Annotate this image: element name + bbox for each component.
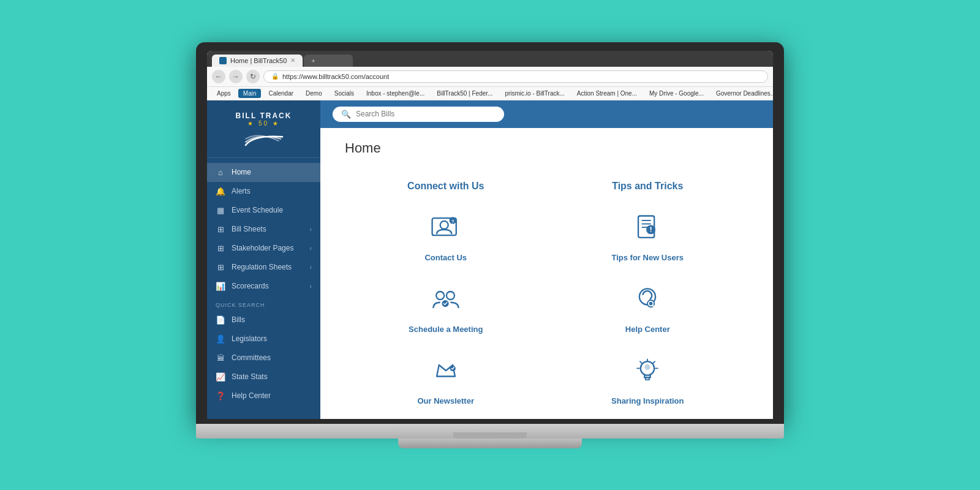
bill-sheets-chevron: ‹ <box>310 226 312 233</box>
home-icon: ⌂ <box>216 168 225 177</box>
sidebar-nav: ⌂ Home 🔔 Alerts ▦ Event Schedule ⊞ <box>207 158 320 419</box>
sidebar-item-regulation-sheets[interactable]: ⊞ Regulation Sheets ‹ <box>207 258 320 277</box>
svg-point-5 <box>447 292 454 300</box>
quick-search-label: QUICK SEARCH <box>207 296 320 311</box>
sidebar-home-label: Home <box>232 168 251 176</box>
bill-sheets-icon: ⊞ <box>216 225 225 234</box>
tips-title: Tips and Tricks <box>559 181 737 192</box>
search-box: 🔍 <box>333 107 504 122</box>
contact-us-icon: ? <box>428 210 464 247</box>
page-content: Home Connect with Us <box>320 128 773 419</box>
tab-close-button[interactable]: ✕ <box>290 57 295 64</box>
page-title: Home <box>345 140 748 156</box>
logo-swoosh <box>243 130 285 149</box>
browser-toolbar: ← → ↻ 🔒 https://www.billtrack50.com/acco… <box>207 67 773 87</box>
svg-text:?: ? <box>451 218 454 224</box>
connect-title: Connect with Us <box>357 181 535 192</box>
bookmark-apps[interactable]: Apps <box>212 89 236 98</box>
bookmark-governor[interactable]: Governor Deadlines... <box>711 89 773 98</box>
newsletter-label: Our Newsletter <box>418 396 474 405</box>
forward-button[interactable]: → <box>229 70 243 83</box>
browser-tabs: Home | BillTrack50 ✕ + <box>212 55 768 67</box>
sharing-inspiration-label: Sharing Inspiration <box>611 396 684 405</box>
main-content: 🔍 Home Connect with Us <box>320 100 773 419</box>
sidebar-item-home[interactable]: ⌂ Home <box>207 163 320 182</box>
laptop-wrapper: Home | BillTrack50 ✕ + ← → ↻ 🔒 https://w… <box>196 42 784 448</box>
svg-point-4 <box>436 292 444 300</box>
card-newsletter[interactable]: Our Newsletter <box>357 353 535 405</box>
bookmarks-bar: Apps Main Calendar Demo Socials Inbox - … <box>207 87 773 100</box>
committees-icon: 🏛 <box>216 353 225 363</box>
sidebar: BILL TRACK ★ 50 ★ ⌂ <box>207 100 320 419</box>
help-icon: ❓ <box>216 391 225 401</box>
sidebar-bills-label: Bills <box>232 315 245 324</box>
browser-window: Home | BillTrack50 ✕ + ← → ↻ 🔒 https://w… <box>207 51 773 419</box>
lock-icon: 🔒 <box>271 73 279 80</box>
tab-favicon <box>219 57 227 64</box>
logo-line1: BILL TRACK <box>214 111 313 120</box>
sidebar-logo: BILL TRACK ★ 50 ★ <box>207 100 320 158</box>
bookmark-action[interactable]: Action Stream | One... <box>572 89 642 98</box>
sidebar-item-committees[interactable]: 🏛 Committees <box>207 349 320 368</box>
laptop-bezel: Home | BillTrack50 ✕ + ← → ↻ 🔒 https://w… <box>196 42 784 424</box>
sidebar-item-bill-sheets[interactable]: ⊞ Bill Sheets ‹ <box>207 220 320 239</box>
url-bar[interactable]: 🔒 https://www.billtrack50.com/account <box>263 70 768 83</box>
search-input[interactable] <box>356 110 496 118</box>
refresh-button[interactable]: ↻ <box>246 70 260 83</box>
help-center-icon <box>629 282 666 318</box>
sidebar-help-label: Help Center <box>232 391 271 400</box>
newsletter-icon <box>428 353 464 390</box>
home-grid: Connect with Us ? <box>345 175 748 419</box>
card-schedule-meeting[interactable]: Schedule a Meeting <box>357 282 535 334</box>
bookmark-calendar[interactable]: Calendar <box>263 89 298 98</box>
sidebar-item-help-center[interactable]: ❓ Help Center <box>207 386 320 405</box>
scorecards-chevron: ‹ <box>310 283 312 290</box>
bookmark-drive[interactable]: My Drive - Google... <box>644 89 709 98</box>
tips-new-users-icon <box>629 210 666 247</box>
card-help-center[interactable]: Help Center <box>559 282 737 334</box>
tab-label: Home | BillTrack50 <box>230 57 287 64</box>
sidebar-stakeholder-label: Stakeholder Pages <box>232 244 293 252</box>
bookmark-inbox[interactable]: Inbox - stephen@le... <box>361 89 429 98</box>
stakeholder-icon: ⊞ <box>216 244 225 253</box>
tips-new-users-label: Tips for New Users <box>611 253 684 262</box>
bookmark-demo[interactable]: Demo <box>301 89 327 98</box>
svg-point-15 <box>645 364 650 369</box>
laptop-base <box>196 424 784 439</box>
back-button[interactable]: ← <box>212 70 225 83</box>
sidebar-regulation-label: Regulation Sheets <box>232 263 292 271</box>
sidebar-item-bills[interactable]: 📄 Bills <box>207 311 320 330</box>
sidebar-item-scorecards[interactable]: 📊 Scorecards ‹ <box>207 277 320 296</box>
sidebar-statestats-label: State Stats <box>232 372 268 381</box>
browser-chrome: Home | BillTrack50 ✕ + <box>207 51 773 67</box>
new-tab-plus: + <box>311 57 315 64</box>
logo-stars: ★ 50 ★ <box>214 120 313 127</box>
sidebar-item-stakeholder-pages[interactable]: ⊞ Stakeholder Pages ‹ <box>207 239 320 258</box>
sidebar-item-state-stats[interactable]: 📈 State Stats <box>207 368 320 386</box>
search-icon: 🔍 <box>341 110 351 119</box>
bookmark-prismic[interactable]: prismic.io - BillTrack... <box>500 89 569 98</box>
app-layout: BILL TRACK ★ 50 ★ ⌂ <box>207 100 773 419</box>
sharing-inspiration-icon <box>629 353 666 390</box>
regulation-icon: ⊞ <box>216 263 225 272</box>
bookmark-main[interactable]: Main <box>238 89 262 98</box>
regulation-chevron: ‹ <box>310 264 312 271</box>
legislators-icon: 👤 <box>216 334 225 344</box>
card-tips-new-users[interactable]: Tips for New Users <box>559 210 737 262</box>
bookmark-socials[interactable]: Socials <box>330 89 359 98</box>
svg-point-10 <box>650 230 652 232</box>
sidebar-scorecards-label: Scorecards <box>232 282 269 290</box>
new-tab-button[interactable]: + <box>304 55 353 67</box>
top-search-bar: 🔍 <box>320 100 773 128</box>
bookmark-billtrack[interactable]: BillTrack50 | Feder... <box>432 89 497 98</box>
sidebar-item-alerts[interactable]: 🔔 Alerts <box>207 182 320 201</box>
card-sharing-inspiration[interactable]: Sharing Inspiration <box>559 353 737 405</box>
bills-icon: 📄 <box>216 315 225 325</box>
active-tab[interactable]: Home | BillTrack50 ✕ <box>212 55 303 67</box>
card-contact-us[interactable]: ? Contact Us <box>357 210 535 262</box>
sidebar-item-event-schedule[interactable]: ▦ Event Schedule <box>207 201 320 220</box>
schedule-meeting-icon <box>428 282 464 318</box>
sidebar-item-legislators[interactable]: 👤 Legislators <box>207 330 320 349</box>
state-stats-icon: 📈 <box>216 372 225 382</box>
sidebar-legislators-label: Legislators <box>232 334 267 343</box>
